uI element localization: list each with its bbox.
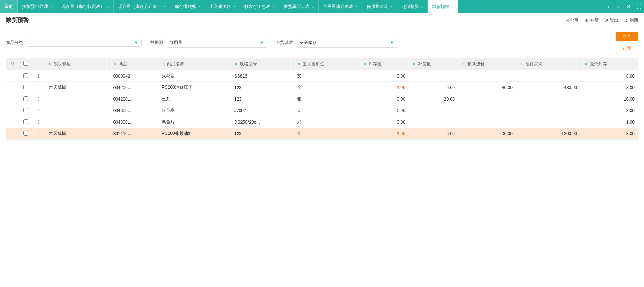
td-product-code: 801110...	[110, 128, 158, 140]
th-replenish[interactable]: ⇅ 补货量	[409, 58, 458, 70]
sort-product-name-icon[interactable]: ⇅	[162, 62, 165, 66]
tab-batch-account[interactable]: 库存批次账×	[170, 0, 205, 13]
sort-latest-price-icon[interactable]: ⇅	[462, 62, 465, 66]
sort-unit-icon[interactable]: ⇅	[297, 62, 300, 66]
td-min-stock: 3.00	[581, 82, 638, 93]
table-row[interactable]: 1 0000042 火花塞 SS816 支 0.00 8.00	[6, 70, 638, 82]
td-num: 2	[32, 82, 45, 93]
query-button[interactable]: 查询	[616, 32, 638, 41]
row-checkbox[interactable]	[23, 119, 28, 124]
th-min-stock[interactable]: ⇅ 最低库存	[581, 58, 638, 70]
refresh-action[interactable]: ↺ 刷新	[624, 17, 638, 23]
refresh-icon: ↺	[624, 18, 628, 23]
row-checkbox[interactable]	[23, 108, 28, 112]
category-select[interactable]: ▼	[26, 39, 142, 47]
th-product-name-label: 商品名称	[167, 61, 184, 66]
export-action[interactable]: ↗ 导出	[604, 17, 618, 23]
row-checkbox[interactable]	[23, 85, 28, 89]
tab-home[interactable]: 首页	[0, 0, 18, 13]
td-supplier: 力天机械	[45, 128, 110, 140]
tab-close-shortage[interactable]: ×	[452, 5, 454, 9]
settings-button[interactable]: 设置	[616, 44, 638, 53]
tab-close-btn[interactable]: ✕	[624, 0, 634, 13]
table-row[interactable]: 2 力天机械 004200... PC200油缸庄子 123 个 -1.00 6…	[6, 82, 638, 93]
replenish-base-select[interactable]: 安全库存 ▼	[296, 38, 397, 48]
settings-gear-icon[interactable]: ⚙	[9, 61, 16, 67]
td-checkbox[interactable]	[20, 128, 32, 140]
tab-collect-summary[interactable]: 收发存汇总表×	[240, 0, 279, 13]
tab-prev-btn[interactable]: ‹	[604, 0, 614, 13]
td-product-name: PC200油缸庄子	[158, 82, 231, 93]
th-est-purchase[interactable]: ⇅ 预计采购...	[516, 58, 581, 70]
th-spec[interactable]: ⇅ 规格型号	[231, 58, 293, 70]
replenish-action[interactable]: ⊞ 补货	[584, 17, 599, 23]
datasource-select[interactable]: 可用量 ▼	[166, 38, 267, 48]
td-replenish	[409, 105, 458, 116]
td-unit: 支	[293, 70, 360, 82]
td-checkbox[interactable]	[20, 105, 32, 116]
td-checkbox[interactable]	[20, 82, 32, 93]
tab-next-btn[interactable]: ›	[614, 0, 624, 13]
row-checkbox[interactable]	[23, 131, 28, 136]
td-product-name: 三九	[158, 93, 231, 105]
tab-close-abnormal[interactable]: ×	[50, 5, 52, 9]
tab-inventory-status[interactable]: 现存量（库存状况表）×	[57, 0, 114, 13]
tab-close-order-stats[interactable]: ×	[312, 5, 314, 9]
th-supplier[interactable]: ⇅ 默认供应...	[45, 58, 110, 70]
sort-supplier-icon[interactable]: ⇅	[49, 62, 52, 66]
tab-close-inventory-dist[interactable]: ×	[164, 5, 166, 9]
table-row[interactable]: 6 力天机械 801110... PC200张紧油缸 123 个 -1.00 6…	[6, 128, 638, 140]
th-product-code[interactable]: ⇅ 商品...	[110, 58, 158, 70]
row-checkbox[interactable]	[23, 96, 28, 101]
table-row[interactable]: 4 004600... 火花塞 J7092 支 0.00 8.00	[6, 105, 638, 116]
td-supplier	[45, 116, 110, 128]
export-label: 导出	[610, 17, 618, 23]
tab-shortage[interactable]: 缺货预警×	[428, 0, 458, 13]
tab-close-batch-account[interactable]: ×	[199, 5, 201, 9]
th-stock-label: 库存量	[369, 61, 382, 66]
td-unit: 支	[293, 105, 360, 116]
page-title: 缺货预警	[6, 17, 29, 24]
tab-overstock[interactable]: 超储预警×	[397, 0, 428, 13]
th-stock[interactable]: ⇅ 库存量	[360, 58, 409, 70]
table-row[interactable]: 3 004200... 三九 123 箱 0.00 20.00 10.00	[6, 93, 638, 105]
td-num: 6	[32, 128, 45, 140]
datasource-filter-group: 数据源 可用量 ▼	[150, 38, 267, 48]
sort-min-stock-icon[interactable]: ⇅	[584, 62, 587, 66]
tab-inventory-dist[interactable]: 现存量（库存分布表）×	[114, 0, 170, 13]
row-checkbox[interactable]	[23, 73, 28, 78]
td-checkbox[interactable]	[20, 70, 32, 82]
tab-order-stats[interactable]: 要货单统计表×	[279, 0, 319, 13]
select-all-checkbox[interactable]	[23, 61, 28, 66]
sort-stock-icon[interactable]: ⇅	[364, 62, 366, 66]
header-row: ⚙ ⇅ 默认供应... ⇅ 商品... ⇅	[6, 58, 638, 70]
th-unit[interactable]: ⇅ 主计量单位	[293, 58, 360, 70]
table-row[interactable]: 5 004800... 离合片 DS250*23c... 只 0.00 1.00	[6, 116, 638, 128]
td-checkbox[interactable]	[20, 116, 32, 128]
td-supplier	[45, 93, 110, 105]
tab-close-collect-summary[interactable]: ×	[273, 5, 275, 9]
tab-expand-btn[interactable]: ⛶	[634, 0, 644, 13]
td-settings	[6, 82, 20, 93]
tab-close-inout-flow[interactable]: ×	[233, 5, 235, 9]
share-action[interactable]: ⎘ 分享	[566, 17, 579, 23]
tab-inout-flow[interactable]: 出入库流水×	[205, 0, 240, 13]
tab-close-inventory-status[interactable]: ×	[107, 5, 109, 9]
tab-abnormal[interactable]: 拣货异常处理×	[18, 0, 57, 13]
sort-replenish-icon[interactable]: ⇅	[413, 62, 415, 66]
tab-close-expiry-query[interactable]: ×	[391, 5, 393, 9]
td-min-stock: 8.00	[581, 105, 638, 116]
tab-close-available-ledger[interactable]: ×	[356, 5, 358, 9]
sort-product-code-icon[interactable]: ⇅	[113, 62, 116, 66]
tab-available-ledger[interactable]: 可用量库存账本×	[319, 0, 362, 13]
datasource-label: 数据源	[150, 40, 163, 46]
sort-spec-icon[interactable]: ⇅	[235, 62, 238, 66]
td-latest-price	[458, 70, 516, 82]
th-latest-price[interactable]: ⇅ 最新进价	[458, 58, 516, 70]
th-product-name[interactable]: ⇅ 商品名称	[158, 58, 231, 70]
td-checkbox[interactable]	[20, 93, 32, 105]
sort-est-purchase-icon[interactable]: ⇅	[520, 62, 523, 66]
tab-expiry-query[interactable]: 保质期查询×	[362, 0, 397, 13]
tab-close-overstock[interactable]: ×	[421, 5, 423, 9]
td-spec: J7092	[231, 105, 293, 116]
